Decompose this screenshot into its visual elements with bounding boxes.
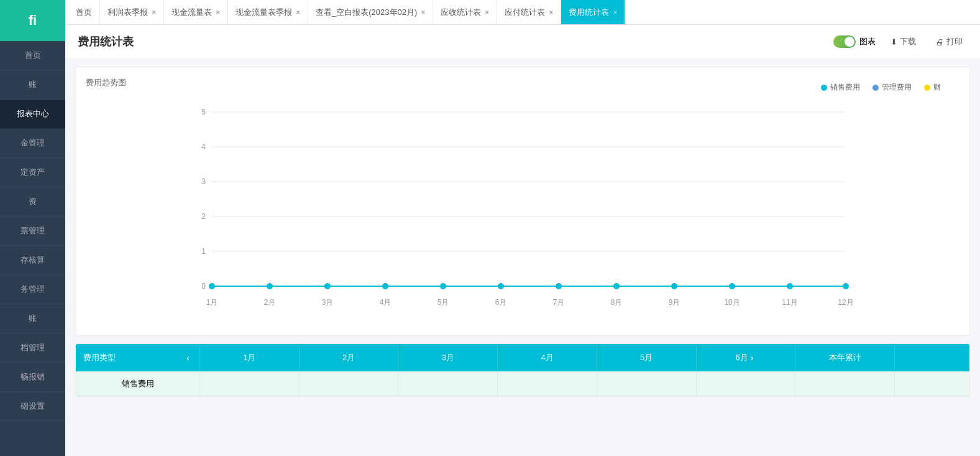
toggle-label: 图表 <box>859 36 876 47</box>
data-table: 费用类型 ‹ 1月 2月 3月 4月 5月 <box>75 343 970 397</box>
page-content: 费用统计表 图表 ⬇ 下载 🖨 打印 费用趋势图 <box>65 25 980 456</box>
legend-dot-admin <box>872 85 879 91</box>
svg-text:2: 2 <box>201 212 206 221</box>
sidebar-item-expense[interactable]: 畅报销 <box>0 363 65 392</box>
svg-text:5月: 5月 <box>437 298 449 307</box>
download-button[interactable]: ⬇ 下载 <box>886 34 921 50</box>
svg-text:3: 3 <box>201 177 206 186</box>
svg-text:6月: 6月 <box>495 298 507 307</box>
legend-sales: 销售费用 <box>821 82 860 93</box>
sidebar-item-finance[interactable]: 金管理 <box>0 129 65 158</box>
prev-month-arrow[interactable]: ‹ <box>184 353 192 363</box>
table-col-ytd: 本年累计 <box>795 346 895 370</box>
sidebar-item-account[interactable]: 账 <box>0 70 65 100</box>
sidebar-item-invoice[interactable]: 票管理 <box>0 216 65 246</box>
row-type: 销售费用 <box>76 371 200 396</box>
row-jun <box>697 371 796 396</box>
svg-text:2月: 2月 <box>264 298 276 307</box>
tab-profit-quarterly[interactable]: 利润表季报 × <box>100 0 164 25</box>
close-tab-cashflow[interactable]: × <box>216 8 220 17</box>
sidebar-item-reports[interactable]: 报表中心 <box>0 100 65 129</box>
legend-dot-finance <box>924 85 930 91</box>
sidebar-item-capital[interactable]: 资 <box>0 187 65 216</box>
print-button[interactable]: 🖨 打印 <box>931 34 968 50</box>
table-header: 费用类型 ‹ 1月 2月 3月 4月 5月 <box>76 344 969 371</box>
table-col-jun: 6月 › <box>697 346 796 370</box>
legend-label-admin: 管理费用 <box>882 82 912 93</box>
legend-dot-sales <box>821 85 827 91</box>
page-header: 费用统计表 图表 ⬇ 下载 🖨 打印 <box>65 25 980 59</box>
svg-text:1月: 1月 <box>206 298 218 307</box>
row-ytd <box>795 371 895 396</box>
svg-text:1: 1 <box>201 247 206 256</box>
sidebar-item-service[interactable]: 务管理 <box>0 275 65 304</box>
chart-point <box>613 283 620 289</box>
sidebar-logo: fi <box>0 0 65 41</box>
svg-text:4月: 4月 <box>380 298 392 307</box>
tab-bar: 首页 利润表季报 × 现金流量表 × 现金流量表季报 × 查看_空白报表(202… <box>65 0 980 25</box>
chart-point <box>440 283 446 289</box>
header-actions: 图表 ⬇ 下载 🖨 打印 <box>833 34 968 50</box>
svg-text:8月: 8月 <box>611 298 623 307</box>
chart-point <box>382 283 388 289</box>
tab-blank-report[interactable]: 查看_空白报表(2023年02月) × <box>308 0 433 25</box>
table-col-mar: 3月 <box>398 346 498 370</box>
chart-point <box>267 283 273 289</box>
chart-point <box>556 283 562 289</box>
tab-home[interactable]: 首页 <box>68 0 100 25</box>
svg-text:7月: 7月 <box>553 298 565 307</box>
svg-text:5: 5 <box>201 108 206 116</box>
sidebar-item-archive[interactable]: 档管理 <box>0 333 65 363</box>
sidebar-item-assets[interactable]: 定资产 <box>0 158 65 187</box>
chart-toggle[interactable] <box>833 35 856 48</box>
chart-point <box>787 283 793 289</box>
svg-text:9月: 9月 <box>669 298 680 307</box>
row-apr <box>498 371 597 396</box>
chart-legend: 销售费用 管理费用 财 <box>821 82 941 93</box>
svg-text:12月: 12月 <box>838 298 853 307</box>
sidebar-item-home[interactable]: 首页 <box>0 41 65 70</box>
close-tab-payable[interactable]: × <box>549 8 553 17</box>
close-tab-cashflow-quarterly[interactable]: × <box>296 8 300 17</box>
download-icon: ⬇ <box>891 37 897 47</box>
svg-text:4: 4 <box>201 142 206 151</box>
table-col-may: 5月 <box>597 346 697 370</box>
close-tab-expense-stats[interactable]: × <box>613 8 617 17</box>
chart-point <box>209 283 215 289</box>
table-row: 销售费用 <box>76 371 969 396</box>
sidebar-item-ledger[interactable]: 账 <box>0 304 65 333</box>
main-area: 首页 利润表季报 × 现金流量表 × 现金流量表季报 × 查看_空白报表(202… <box>65 0 980 456</box>
close-tab-profit-quarterly[interactable]: × <box>152 8 156 17</box>
legend-finance: 财 <box>924 82 941 93</box>
tab-cashflow[interactable]: 现金流量表 × <box>164 0 228 25</box>
page-title: 费用统计表 <box>78 34 134 49</box>
legend-label-sales: 销售费用 <box>830 82 860 93</box>
svg-text:11月: 11月 <box>782 298 797 307</box>
svg-text:3月: 3月 <box>322 298 334 307</box>
tab-expense-stats[interactable]: 费用统计表 × <box>561 0 625 25</box>
chart-point <box>729 283 735 289</box>
close-tab-blank-report[interactable]: × <box>421 8 425 17</box>
table-col-type: 费用类型 ‹ <box>76 346 200 370</box>
trend-chart: 0 1 2 3 4 5 <box>86 93 959 323</box>
chart-section: 费用趋势图 销售费用 管理费用 财 <box>75 67 970 336</box>
tab-payable[interactable]: 应付统计表 × <box>497 0 561 25</box>
tab-receivable[interactable]: 应收统计表 × <box>433 0 497 25</box>
tab-cashflow-quarterly[interactable]: 现金流量表季报 × <box>228 0 308 25</box>
sidebar-item-settings[interactable]: 础设置 <box>0 392 65 421</box>
close-tab-receivable[interactable]: × <box>485 8 489 17</box>
row-may <box>597 371 697 396</box>
print-icon: 🖨 <box>936 37 944 47</box>
chart-point <box>843 283 849 289</box>
table-col-jan: 1月 <box>200 346 300 370</box>
toggle-wrapper: 图表 <box>833 35 876 48</box>
table-col-apr: 4月 <box>498 346 597 370</box>
row-jan <box>200 371 300 396</box>
row-mar <box>398 371 498 396</box>
legend-label-finance: 财 <box>933 82 941 93</box>
svg-text:10月: 10月 <box>724 298 740 307</box>
sidebar-item-inventory[interactable]: 存核算 <box>0 246 65 275</box>
chart-point <box>324 283 331 289</box>
row-feb <box>300 371 399 396</box>
next-month-arrow[interactable]: › <box>748 353 756 363</box>
